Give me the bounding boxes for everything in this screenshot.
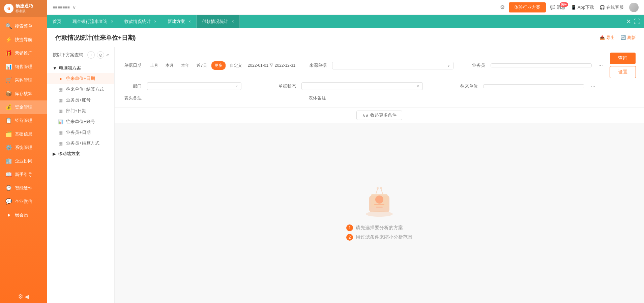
settings-scheme-button[interactable]: ⊙ xyxy=(97,51,104,59)
dept-arrow-icon: ∨ xyxy=(235,84,238,88)
sidebar-item-corp[interactable]: 🏢企业协同 xyxy=(0,154,47,168)
tabbar-expand-icon[interactable]: ⛶ xyxy=(634,18,640,25)
tab-home[interactable]: 首页 xyxy=(47,15,67,28)
scheme-label-unit_date: 往来单位+日期 xyxy=(66,75,95,82)
tab-label-payment: 付款情况统计 xyxy=(202,19,228,25)
sidebar-bottom: ⚙ ◀ xyxy=(0,290,47,303)
scheme-icon-unit_settle: ▦ xyxy=(58,87,63,92)
date-btn-custom[interactable]: 自定义 xyxy=(227,61,245,70)
gear-icon[interactable]: ⚙ xyxy=(500,4,505,10)
tab-close-receipt[interactable]: × xyxy=(154,19,156,24)
sidebar-label-sales: 销售管理 xyxy=(15,64,32,70)
online-service-button[interactable]: 🎧 在线客服 xyxy=(599,4,624,10)
sidebar-item-marketing[interactable]: 🎁营销推广 xyxy=(0,47,47,60)
partner-dots-icon[interactable]: ··· xyxy=(590,83,597,89)
sidebar-item-operation[interactable]: 📋经营管理 xyxy=(0,114,47,127)
tab-payment[interactable]: 付款情况统计× xyxy=(197,15,240,28)
sidebar-item-basic[interactable]: 🗂️基础信息 xyxy=(0,127,47,141)
sidebar-label-system: 系统管理 xyxy=(15,145,32,151)
empty-illustration xyxy=(359,185,400,219)
filter-row-2: 部门 ∨ 单据状态 ∨ 往来单位 ·· xyxy=(123,82,636,90)
tabbar-close-icon[interactable]: ✕ xyxy=(626,18,631,25)
scheme-icon-dept_date: ▦ xyxy=(58,108,63,114)
refresh-button[interactable]: 🔄 刷新 xyxy=(620,35,636,41)
group-label-mobile: 移动端方案 xyxy=(58,151,80,157)
settings-icon[interactable]: ⚙ xyxy=(18,293,23,300)
source-arrow-icon: ∨ xyxy=(447,64,450,67)
scheme-group-pc[interactable]: ▼电脑端方案 xyxy=(47,63,114,73)
user-avatar[interactable] xyxy=(629,3,639,12)
sidebar-item-system[interactable]: ⚙️系统管理 xyxy=(0,141,47,154)
sidebar-item-hardware[interactable]: ⌚智能硬件 xyxy=(0,181,47,195)
date-btn-more[interactable]: 更多 xyxy=(211,61,226,70)
service-icon: 🎧 xyxy=(599,5,605,10)
app-download-button[interactable]: 📱 App下载 xyxy=(571,4,594,10)
date-btn-this_year[interactable]: 本年 xyxy=(178,61,192,70)
tab-close-new[interactable]: × xyxy=(188,19,191,24)
sidebar-item-purchase[interactable]: 🛒采购管理 xyxy=(0,73,47,87)
sidebar-item-inventory[interactable]: 📦库存核算 xyxy=(0,87,47,100)
messages-button[interactable]: 💬 消息 99+ xyxy=(550,4,565,10)
scheme-icon-staff_account: ▦ xyxy=(58,97,63,103)
empty-state: 1 请先选择要分析的方案 2 用过滤条件来缩小分析范围 xyxy=(346,185,412,241)
export-button[interactable]: 📤 导出 xyxy=(599,35,615,41)
trial-button[interactable]: 体验行业方案 xyxy=(509,2,546,12)
collapse-sidebar-icon[interactable]: ◀ xyxy=(25,293,29,300)
inventory-icon: 📦 xyxy=(5,90,12,97)
date-btn-this_month[interactable]: 本月 xyxy=(163,61,177,70)
add-scheme-button[interactable]: + xyxy=(87,51,95,59)
sidebar-label-search: 搜索菜单 xyxy=(15,23,32,29)
sidebar-item-guide[interactable]: 📖新手引导 xyxy=(0,168,47,181)
body-note-input[interactable] xyxy=(331,94,426,102)
sidebar-item-member[interactable]: ♦畅会员 xyxy=(0,208,47,222)
source-label: 来源单据 xyxy=(308,62,327,68)
scheme-item-unit_date[interactable]: ●往来单位+日期 xyxy=(47,73,114,84)
sidebar-item-wechat[interactable]: 💬企业微信 xyxy=(0,195,47,208)
scheme-item-staff_settle[interactable]: ▦业务员+结算方式 xyxy=(47,138,114,149)
date-btn-last_month[interactable]: 上月 xyxy=(147,61,161,70)
header-note-input[interactable] xyxy=(147,94,214,102)
scheme-group-mobile[interactable]: ▶移动端方案 xyxy=(47,149,114,159)
empty-msg-1: 1 请先选择要分析的方案 xyxy=(346,224,412,231)
partner-select[interactable] xyxy=(483,84,584,88)
tab-receipt[interactable]: 收款情况统计× xyxy=(119,15,162,28)
date-btn-last_7[interactable]: 近7天 xyxy=(194,61,210,70)
filter-settings-button[interactable]: 设置 xyxy=(610,66,636,78)
date-buttons: 上月本月本年近7天更多自定义2022-01-01 至 2022-12-31 xyxy=(147,61,295,70)
tab-close-payment[interactable]: × xyxy=(232,19,234,24)
tab-label-bank: 现金银行流水查询 xyxy=(72,19,108,25)
scheme-item-unit_settle[interactable]: ▦往来单位+结算方式 xyxy=(47,84,114,95)
sidebar-item-nav[interactable]: ⚡快捷导航 xyxy=(0,33,47,47)
scheme-icon-unit_date: ● xyxy=(58,76,63,81)
dept-select[interactable]: ∨ xyxy=(147,82,241,90)
doc-status-select[interactable]: ∨ xyxy=(301,82,423,90)
scheme-item-dept_date[interactable]: ▦部门+日期 xyxy=(47,105,114,116)
tab-close-bank[interactable]: × xyxy=(111,19,113,24)
sidebar: 6 畅捷通巧 标准版 🔍搜索菜单⚡快捷导航🎁营销推广📊销售管理🛒采购管理📦库存核… xyxy=(0,0,47,303)
sidebar-item-sales[interactable]: 📊销售管理 xyxy=(0,60,47,73)
sidebar-item-finance[interactable]: 💰资金管理 xyxy=(0,100,47,114)
marketing-icon: 🎁 xyxy=(5,50,12,57)
staff-select[interactable] xyxy=(491,63,592,67)
empty-msg-2: 2 用过滤条件来缩小分析范围 xyxy=(346,234,412,241)
sidebar-item-search[interactable]: 🔍搜索菜单 xyxy=(0,20,47,33)
source-select[interactable]: ∨ xyxy=(332,62,453,69)
collapse-panel-icon[interactable]: « xyxy=(106,52,109,58)
collapse-filters-button[interactable]: ∧∧ 收起更多条件 xyxy=(356,111,402,120)
header-note-label: 表头备注 xyxy=(123,95,142,101)
scheme-item-staff_account[interactable]: ▦业务员+账号 xyxy=(47,95,114,105)
query-btn-group: 查询 设置 xyxy=(610,53,636,78)
collapse-up-icon: ∧∧ xyxy=(362,113,369,118)
scheme-item-staff_date[interactable]: ▦业务员+日期 xyxy=(47,127,114,138)
sidebar-label-finance: 资金管理 xyxy=(15,104,32,110)
operation-icon: 📋 xyxy=(5,117,12,124)
scheme-item-unit_account[interactable]: 📊往来单位+账号 xyxy=(47,116,114,127)
collapse-bar: ∧∧ 收起更多条件 xyxy=(115,108,644,123)
content-area: 按以下方案查询 + ⊙ « ▼电脑端方案●往来单位+日期▦往来单位+结算方式▦业… xyxy=(47,47,644,303)
query-button[interactable]: 查询 xyxy=(610,53,636,64)
tab-new[interactable]: 新建方案× xyxy=(162,15,197,28)
staff-dots-icon[interactable]: ··· xyxy=(597,62,604,68)
tabbar: 首页现金银行流水查询×收款情况统计×新建方案×付款情况统计×✕⛶ xyxy=(47,15,644,28)
refresh-icon: 🔄 xyxy=(620,35,626,40)
tab-bank[interactable]: 现金银行流水查询× xyxy=(67,15,119,28)
